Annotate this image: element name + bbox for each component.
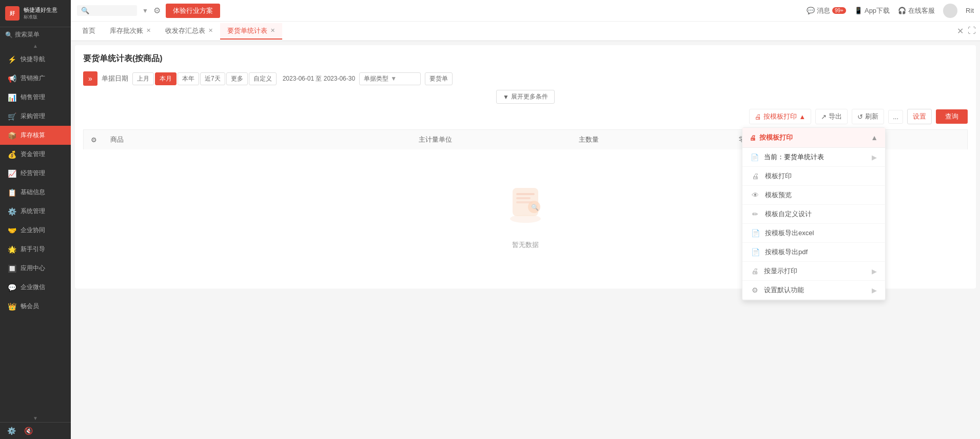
- app-center-icon: 🔲: [7, 264, 16, 273]
- online-service-btn[interactable]: 🎧 在线客服: [898, 6, 935, 15]
- sidebar-scroll-up[interactable]: ▲: [0, 42, 71, 50]
- messages-label: 消息: [817, 6, 830, 15]
- online-service-label: 在线客服: [908, 6, 935, 15]
- search-menu-btn[interactable]: 🔍 搜索菜单: [0, 27, 71, 42]
- settings-bottom-icon[interactable]: ⚙️: [7, 427, 16, 435]
- sidebar-item-quick-nav[interactable]: ⚡ 快捷导航: [0, 50, 71, 69]
- window-close-icon[interactable]: ✕: [957, 26, 964, 36]
- filter-bar: » 单据日期 上月 本月 本年 近7天 更多 自定义 2023-06-01 至 …: [83, 71, 968, 86]
- query-btn[interactable]: 查询: [936, 109, 968, 124]
- topbar-gear-icon[interactable]: ⚙: [153, 6, 161, 15]
- sidebar-item-purchase[interactable]: 🛒 采购管理: [0, 107, 71, 126]
- date-btn-this-month[interactable]: 本月: [155, 72, 177, 85]
- th-settings[interactable]: ⚙: [84, 131, 104, 149]
- sidebar-item-label: 企业协同: [21, 226, 45, 235]
- sidebar-item-label: 应用中心: [21, 264, 45, 273]
- date-btn-last-month[interactable]: 上月: [132, 72, 154, 85]
- app-download-btn[interactable]: 📱 App下载: [854, 6, 890, 15]
- svg-rect-3: [516, 197, 531, 199]
- messages-btn[interactable]: 💬 消息 99+: [807, 6, 846, 15]
- sidebar-item-inventory[interactable]: 📦 库存核算: [0, 126, 71, 145]
- print-dropdown-title-text: 按模板打印: [759, 133, 793, 142]
- filter-expand-btn[interactable]: »: [83, 71, 97, 86]
- expand-more-btn[interactable]: ▼ 展开更多条件: [496, 90, 555, 104]
- export-btn[interactable]: ↗ 导出: [815, 109, 848, 124]
- tab-inventory-batch-close[interactable]: ✕: [146, 27, 151, 34]
- search-input[interactable]: [92, 7, 133, 14]
- date-btn-custom[interactable]: 自定义: [249, 72, 277, 85]
- tab-order-stats[interactable]: 要货单统计表 ✕: [220, 23, 282, 40]
- svg-rect-2: [516, 193, 535, 195]
- quick-nav-icon: ⚡: [7, 55, 16, 64]
- sidebar-item-system[interactable]: ⚙️ 系统管理: [0, 202, 71, 221]
- printer-header-icon: 🖨: [750, 134, 756, 142]
- sidebar-item-collab[interactable]: 🤝 企业协同: [0, 221, 71, 240]
- tab-receipt-summary[interactable]: 收发存汇总表 ✕: [158, 23, 220, 40]
- more-btn[interactable]: ...: [888, 110, 903, 124]
- sidebar-item-sales[interactable]: 📊 销售管理: [0, 88, 71, 107]
- print-dropdown-item-default-function[interactable]: ⚙ 设置默认功能 ▶: [742, 281, 885, 300]
- tab-order-stats-close[interactable]: ✕: [270, 27, 275, 34]
- print-template-btn[interactable]: 🖨 按模板打印 ▲: [749, 109, 811, 124]
- collab-icon: 🤝: [7, 226, 16, 235]
- trial-btn[interactable]: 体验行业方案: [166, 4, 220, 18]
- print-dropdown-close-icon[interactable]: ▲: [871, 133, 878, 142]
- sidebar-item-label: 基础信息: [21, 188, 45, 197]
- sidebar-item-operations[interactable]: 📈 经营管理: [0, 164, 71, 183]
- display-print-row: 按显示打印 ▶: [764, 266, 877, 276]
- print-dropdown-item-export-pdf[interactable]: 📄 按模板导出pdf: [742, 243, 885, 262]
- sidebar-item-label: 畅会员: [21, 302, 39, 311]
- date-btn-more[interactable]: 更多: [226, 72, 248, 85]
- sidebar-item-app-center[interactable]: 🔲 应用中心: [0, 259, 71, 278]
- topbar-dropdown-arrow[interactable]: ▼: [142, 7, 148, 14]
- sidebar-item-finance[interactable]: 💰 资金管理: [0, 145, 71, 164]
- sidebar-scroll-down[interactable]: ▼: [0, 414, 71, 422]
- tab-inventory-batch-label: 库存批次账: [110, 26, 143, 35]
- mute-icon[interactable]: 🔇: [24, 427, 33, 435]
- print-dropdown-item-display-print[interactable]: 🖨 按显示打印 ▶: [742, 262, 885, 281]
- print-dropdown-current[interactable]: 📄 当前：要货单统计表 ▶: [742, 148, 885, 167]
- toolbar-area: 🖨 按模板打印 ▲ ↗ 导出 ↺ 刷新 ... 设置 查询: [83, 109, 968, 124]
- sidebar-item-label: 营销推广: [21, 74, 45, 83]
- expand-more-label: 展开更多条件: [511, 92, 548, 101]
- topbar-search-box[interactable]: 🔍: [77, 5, 137, 16]
- topbar-right-area: 💬 消息 99+ 📱 App下载 🎧 在线客服 Rit: [807, 4, 974, 18]
- page-inner: 要货单统计表(按商品) » 单据日期 上月 本月 本年 近7天 更多 自定义 2…: [75, 45, 976, 289]
- goods-filter[interactable]: 要货单: [425, 72, 453, 85]
- export-icon: ↗: [821, 113, 827, 121]
- window-maximize-icon[interactable]: ⛶: [968, 26, 976, 36]
- sidebar-item-marketing[interactable]: 📢 营销推广: [0, 69, 71, 88]
- display-print-arrow-icon: ▶: [872, 268, 877, 275]
- sidebar-item-label: 快捷导航: [21, 55, 45, 64]
- settings-btn[interactable]: 设置: [907, 109, 932, 124]
- template-print-icon: 🖨: [751, 172, 760, 180]
- date-btn-this-year[interactable]: 本年: [178, 72, 199, 85]
- app-badge: 标准版: [24, 14, 57, 21]
- newbie-icon: 🌟: [7, 245, 16, 254]
- sidebar-item-basic-info[interactable]: 📋 基础信息: [0, 183, 71, 202]
- export-excel-icon: 📄: [751, 229, 760, 237]
- current-template-arrow-icon: ▶: [872, 154, 877, 161]
- avatar[interactable]: [943, 4, 957, 18]
- refresh-btn[interactable]: ↺ 刷新: [852, 109, 884, 124]
- sidebar-bottom: ⚙️ 🔇: [0, 422, 71, 439]
- print-dropdown-item-template-print[interactable]: 🖨 模板打印: [742, 167, 885, 186]
- template-custom-label: 模板自定义设计: [765, 209, 812, 219]
- empty-text: 暂无数据: [512, 240, 539, 250]
- sidebar-item-newbie[interactable]: 🌟 新手引导: [0, 240, 71, 259]
- sidebar-item-label: 库存核算: [21, 131, 45, 140]
- export-label: 导出: [829, 112, 842, 121]
- print-dropdown-item-export-excel[interactable]: 📄 按模板导出excel: [742, 224, 885, 243]
- date-btn-7days[interactable]: 近7天: [200, 72, 225, 85]
- print-dropdown-item-template-custom[interactable]: ✏ 模板自定义设计: [742, 205, 885, 224]
- messages-badge: 99+: [832, 7, 846, 14]
- sidebar-item-member[interactable]: 👑 畅会员: [0, 297, 71, 316]
- tab-receipt-summary-close[interactable]: ✕: [208, 27, 213, 34]
- print-dropdown-item-template-preview[interactable]: 👁 模板预览: [742, 186, 885, 205]
- app-name: 畅捷通好生意: [24, 6, 57, 13]
- tab-inventory-batch[interactable]: 库存批次账 ✕: [103, 23, 158, 40]
- order-type-select[interactable]: 单据类型 ▼: [359, 72, 421, 85]
- sidebar-item-wechat[interactable]: 💬 企业微信: [0, 278, 71, 297]
- tab-home[interactable]: 首页: [75, 23, 103, 40]
- print-template-arrow-icon: ▲: [799, 113, 806, 121]
